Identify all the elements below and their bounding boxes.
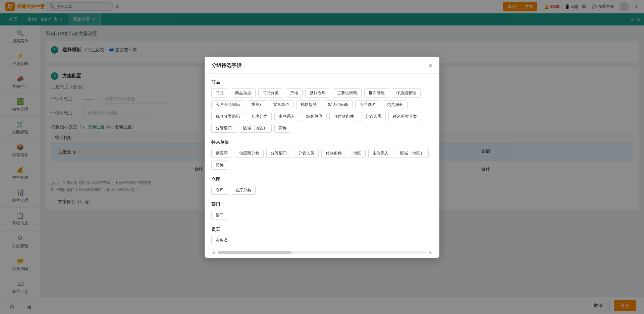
modal-hscroll-thumb xyxy=(218,251,291,254)
field-tag-0-24[interactable]: 简称 xyxy=(274,124,291,133)
field-tag-1-3[interactable]: 分管人员 xyxy=(294,149,319,158)
modal-section-title-2: 仓库 xyxy=(211,176,433,182)
modal-title: 分组待选字段 xyxy=(211,62,241,69)
modal-header: 分组待选字段 ✕ xyxy=(205,57,439,74)
field-tag-0-17[interactable]: 主联系人 xyxy=(274,112,299,121)
modal-section-0: 商品商品商品类型商品分类产地默认仓库主要供应商批次管理保质期管理客户商品编码重量… xyxy=(211,79,433,133)
field-tag-0-7[interactable]: 保质期管理 xyxy=(392,88,421,98)
field-tag-0-4[interactable]: 默认仓库 xyxy=(305,88,330,98)
field-tag-0-14[interactable]: 拣货积分 xyxy=(383,100,408,109)
field-tag-0-15[interactable]: 税收分类编码 xyxy=(211,112,244,121)
field-tag-0-11[interactable]: 规格型号 xyxy=(296,100,321,109)
field-tag-2-0[interactable]: 仓库 xyxy=(211,186,228,195)
field-tag-0-9[interactable]: 重量3 xyxy=(247,100,266,109)
modal-section-tags-3: 部门 xyxy=(211,211,433,220)
field-tag-0-6[interactable]: 批次管理 xyxy=(364,88,389,98)
field-tag-1-4[interactable]: 付款条件 xyxy=(321,149,346,158)
field-tag-1-6[interactable]: 主联系人 xyxy=(368,149,393,158)
field-tag-0-23[interactable]: 区域（地区） xyxy=(239,124,272,133)
field-tag-0-2[interactable]: 商品分类 xyxy=(258,88,283,98)
field-tag-0-22[interactable]: 分管部门 xyxy=(211,124,236,133)
field-tag-0-21[interactable]: 往来单位分类 xyxy=(388,112,421,121)
modal-section-title-4: 员工 xyxy=(211,227,433,233)
field-tag-0-0[interactable]: 商品 xyxy=(211,88,228,98)
field-tag-0-19[interactable]: 收付款条件 xyxy=(329,112,358,121)
modal-section-title-1: 往来单位 xyxy=(211,139,433,145)
modal-section-tags-4: 业务员 xyxy=(211,236,433,245)
modal-section-tags-2: 仓库仓库分类 xyxy=(211,186,433,195)
field-tag-2-1[interactable]: 仓库分类 xyxy=(231,186,256,195)
field-tag-1-2[interactable]: 分管部门 xyxy=(266,149,291,158)
modal-hscrollbar[interactable] xyxy=(218,251,426,254)
field-tag-1-1[interactable]: 供应商分类 xyxy=(235,149,264,158)
modal-section-1: 往来单位供应商供应商分类分管部门分管人员付款条件地区主联系人区域（地区）简称 xyxy=(211,139,433,170)
modal-section-tags-1: 供应商供应商分类分管部门分管人员付款条件地区主联系人区域（地区）简称 xyxy=(211,149,433,170)
field-tag-4-0[interactable]: 业务员 xyxy=(211,236,232,245)
field-tag-0-16[interactable]: 仓库分类 xyxy=(247,112,272,121)
modal-scrollbar-row: ◀ ▶ xyxy=(205,248,439,258)
field-tag-0-12[interactable]: 默认供应商 xyxy=(324,100,353,109)
modal-body: 商品商品商品类型商品分类产地默认仓库主要供应商批次管理保质期管理客户商品编码重量… xyxy=(205,74,439,248)
field-tag-3-0[interactable]: 部门 xyxy=(211,211,228,220)
modal-section-4: 员工业务员 xyxy=(211,227,433,245)
modal-section-title-0: 商品 xyxy=(211,79,433,85)
modal-overlay: 分组待选字段 ✕ 商品商品商品类型商品分类产地默认仓库主要供应商批次管理保质期管… xyxy=(0,0,644,314)
field-tag-0-13[interactable]: 商品别名 xyxy=(355,100,380,109)
scroll-left-icon[interactable]: ◀ xyxy=(211,250,215,255)
field-tag-0-20[interactable]: 分管人员 xyxy=(361,112,386,121)
modal-section-title-3: 部门 xyxy=(211,201,433,207)
field-tag-0-8[interactable]: 客户商品编码 xyxy=(211,100,244,109)
modal-section-3: 部门部门 xyxy=(211,201,433,220)
field-tag-1-7[interactable]: 区域（地区） xyxy=(396,149,429,158)
field-tag-0-3[interactable]: 产地 xyxy=(286,88,303,98)
field-tag-0-18[interactable]: 结算单位 xyxy=(302,112,327,121)
modal-section-2: 仓库仓库仓库分类 xyxy=(211,176,433,195)
field-selector-modal: 分组待选字段 ✕ 商品商品商品类型商品分类产地默认仓库主要供应商批次管理保质期管… xyxy=(205,57,439,258)
field-tag-1-8[interactable]: 简称 xyxy=(211,161,228,170)
scroll-right-icon[interactable]: ▶ xyxy=(429,250,433,255)
field-tag-1-0[interactable]: 供应商 xyxy=(211,149,232,158)
modal-close-icon[interactable]: ✕ xyxy=(428,62,433,69)
field-tag-0-1[interactable]: 商品类型 xyxy=(231,88,256,98)
field-tag-1-5[interactable]: 地区 xyxy=(349,149,366,158)
field-tag-0-10[interactable]: 零售单位 xyxy=(269,100,293,109)
field-tag-0-5[interactable]: 主要供应商 xyxy=(333,88,362,98)
modal-section-tags-0: 商品商品类型商品分类产地默认仓库主要供应商批次管理保质期管理客户商品编码重量3零… xyxy=(211,88,433,133)
